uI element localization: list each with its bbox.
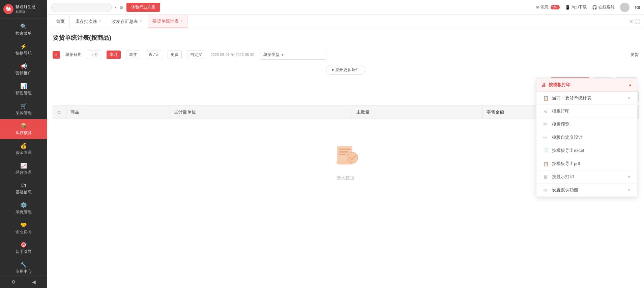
- username-label[interactable]: Rit: [635, 5, 640, 10]
- dropdown-display-print[interactable]: 🖥 按显示打印 ▾: [536, 170, 637, 184]
- dropdown-current-template[interactable]: 📋 当前：要货单统计表 ▾: [536, 92, 637, 105]
- col-quantity: 主数量: [352, 106, 482, 119]
- tab-inventory-batch-label: 库存批次账: [75, 19, 97, 25]
- marketing-label: 营销推广: [16, 70, 32, 76]
- empty-text: 暂无数据: [337, 175, 354, 181]
- date-btn-7days[interactable]: 近7天: [146, 51, 162, 59]
- table-settings-icon[interactable]: ⚙: [57, 110, 61, 115]
- tab-home-label: 首页: [56, 19, 65, 25]
- online-service-btn[interactable]: 🎧 在线客服: [592, 4, 615, 10]
- order-type-select[interactable]: 单据类型 ▾: [260, 50, 327, 60]
- expand-more-btn[interactable]: ▾ 展开更多条件: [326, 65, 365, 75]
- app-download-btn[interactable]: 📱 App下载: [565, 4, 587, 10]
- guide-icon: 🎯: [20, 242, 27, 248]
- sidebar-item-purchase[interactable]: 🛒 采购管理: [0, 99, 47, 119]
- collab-icon: 🤝: [20, 222, 27, 228]
- template-custom-label: 模板自定义设计: [552, 134, 583, 140]
- sidebar-item-sales[interactable]: 📊 销售管理: [0, 79, 47, 99]
- dropdown-template-excel[interactable]: 📄 按模板导出excel: [536, 144, 637, 157]
- sidebar-item-collab[interactable]: 🤝 企业协同: [0, 218, 47, 238]
- dropdown-default-func[interactable]: ⚙ 设置默认功能 ▾: [536, 184, 637, 197]
- sidebar-item-operation[interactable]: 📈 经营管理: [0, 159, 47, 179]
- template-excel-label: 按模板导出excel: [552, 148, 584, 154]
- date-btn-this-month[interactable]: 本月: [107, 51, 121, 59]
- settings-footer-icon[interactable]: ⚙: [11, 279, 16, 285]
- operation-label: 经营管理: [16, 170, 32, 175]
- logo-icon: 畅: [3, 4, 13, 14]
- sidebar-item-basic[interactable]: 🗂 基础信息: [0, 179, 47, 198]
- col-settings[interactable]: ⚙: [53, 106, 66, 119]
- tab-inventory-batch[interactable]: 库存批次账 ×: [70, 15, 106, 28]
- dropdown-collapse-arrow[interactable]: ▲: [628, 83, 632, 87]
- col-unit: 主计量单位: [170, 106, 352, 119]
- tab-inventory-batch-close[interactable]: ×: [99, 20, 101, 23]
- search-icon: 🔍: [20, 23, 27, 30]
- search-input[interactable]: [51, 3, 112, 12]
- search-label: 搜索菜单: [16, 31, 32, 36]
- empty-icon: [330, 139, 361, 169]
- tab-collect-summary-label: 收发存汇总表: [112, 19, 138, 25]
- message-icon: ✉: [536, 5, 539, 10]
- svg-rect-3: [339, 151, 348, 153]
- tab-close-all-icon[interactable]: ✕: [629, 19, 633, 24]
- sound-footer-icon[interactable]: ◀: [32, 279, 36, 285]
- purchase-label: 采购管理: [16, 110, 32, 116]
- avatar[interactable]: [620, 3, 630, 12]
- sidebar-item-system[interactable]: ⚙️ 系统管理: [0, 198, 47, 218]
- template-print-label: 模板打印: [552, 108, 569, 114]
- sidebar-footer: ⚙ ◀: [0, 276, 47, 288]
- finance-icon: 💰: [20, 142, 27, 149]
- finance-label: 资金管理: [16, 150, 32, 156]
- shortcut-icon: ⚡: [20, 43, 27, 50]
- expand-more-label: 展开更多条件: [335, 67, 359, 73]
- sidebar-item-guide[interactable]: 🎯 新手引导: [0, 238, 47, 258]
- display-print-label: 按显示打印: [552, 174, 574, 180]
- date-btn-this-year[interactable]: 本年: [126, 51, 140, 59]
- order-type-label: 单据类型: [263, 52, 280, 58]
- system-label: 系统管理: [16, 209, 32, 215]
- current-template-arrow: ▾: [628, 96, 630, 100]
- tab-order-stats-close[interactable]: ×: [181, 19, 183, 23]
- tab-expand-icon[interactable]: ⛶: [635, 19, 640, 24]
- app-version: 标准版: [16, 9, 36, 14]
- search-chevron-icon[interactable]: ▾: [115, 5, 117, 10]
- topbar-actions: ✉ 消息 99+ 📱 App下载 🎧 在线客服 Rit: [536, 3, 640, 12]
- sidebar-item-search[interactable]: 🔍 搜索菜单: [0, 20, 47, 40]
- dropdown-template-pdf[interactable]: 📋 按模板导出pdf: [536, 157, 637, 170]
- sidebar-item-marketing[interactable]: 📢 营销推广: [0, 60, 47, 79]
- messages-btn[interactable]: ✉ 消息 99+: [536, 4, 560, 10]
- display-print-icon: 🖥: [543, 174, 549, 180]
- template-pdf-icon: 📋: [543, 161, 549, 166]
- tab-collect-summary-close[interactable]: ×: [140, 20, 142, 23]
- tab-collect-summary[interactable]: 收发存汇总表 ×: [107, 15, 147, 28]
- sidebar-item-inventory[interactable]: 📦 库存核算: [0, 119, 47, 139]
- default-func-icon: ⚙: [543, 188, 549, 193]
- date-btn-more[interactable]: 更多: [168, 51, 182, 59]
- shortcut-label: 快捷导航: [16, 51, 32, 56]
- sidebar-item-shortcut[interactable]: ⚡ 快捷导航: [0, 40, 47, 60]
- dropdown-title: 按模板打印: [549, 82, 570, 88]
- date-btn-last-month[interactable]: 上月: [87, 51, 101, 59]
- online-service-label: 在线客服: [598, 4, 615, 10]
- marketing-icon: 📢: [20, 63, 27, 69]
- display-print-arrow: ▾: [628, 175, 630, 179]
- sales-icon: 📊: [20, 83, 27, 89]
- dropdown-template-preview[interactable]: 👁 模板预览: [536, 118, 637, 131]
- main-area: ▾ ⚙ 体验行业方案 ✉ 消息 99+ 📱 App下载 🎧 在线客服 Rit 首…: [47, 0, 644, 288]
- guide-label: 新手引导: [16, 249, 32, 255]
- dropdown-header[interactable]: 🖨 按模板打印 ▲: [536, 78, 637, 92]
- basic-label: 基础信息: [16, 189, 32, 195]
- tab-order-stats[interactable]: 要货单统计表 ×: [148, 15, 188, 28]
- expand-filter-icon[interactable]: »: [53, 51, 60, 59]
- sidebar-item-apps[interactable]: 🔧 应用中心: [0, 258, 47, 276]
- date-btn-custom[interactable]: 自定义: [187, 51, 205, 59]
- dropdown-template-custom[interactable]: ✏ 模板自定义设计: [536, 131, 637, 144]
- tab-home[interactable]: 首页: [51, 15, 70, 28]
- topbar-gear-icon[interactable]: ⚙: [119, 5, 124, 10]
- template-pdf-label: 按模板导出pdf: [552, 161, 580, 167]
- purchase-icon: 🛒: [20, 103, 27, 109]
- template-custom-icon: ✏: [543, 135, 549, 140]
- sidebar-item-finance[interactable]: 💰 资金管理: [0, 139, 47, 159]
- dropdown-template-print[interactable]: 🖨 模板打印: [536, 105, 637, 118]
- trial-button[interactable]: 体验行业方案: [126, 3, 160, 12]
